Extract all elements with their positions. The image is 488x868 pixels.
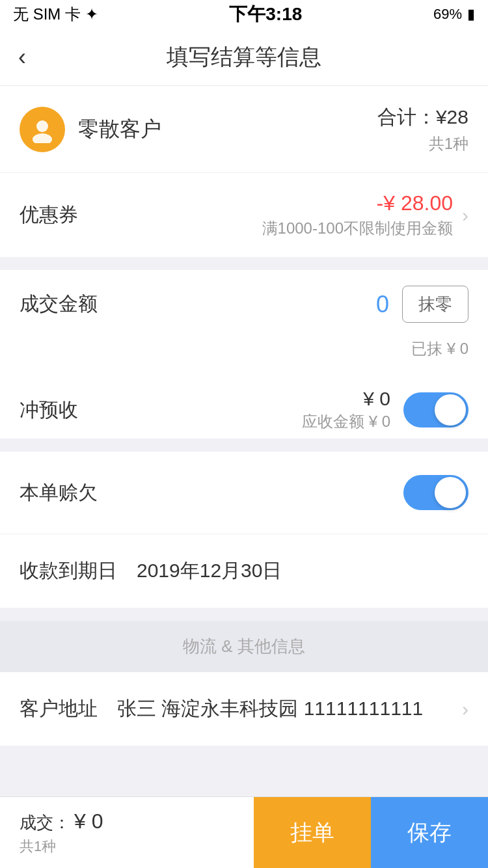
prepay-value-block: ¥ 0 应收金额 ¥ 0 bbox=[302, 388, 390, 432]
customer-total: 合计：¥28 共1种 bbox=[377, 104, 468, 154]
prepay-right: ¥ 0 应收金额 ¥ 0 bbox=[302, 388, 468, 432]
address-chevron-icon: › bbox=[462, 698, 468, 720]
divider-label: 物流 & 其他信息 bbox=[0, 621, 488, 672]
coupon-right: -¥ 28.00 满1000-100不限制使用金额 › bbox=[262, 191, 468, 239]
prepay-section: 冲预收 ¥ 0 应收金额 ¥ 0 bbox=[0, 372, 488, 439]
bottom-deal-label: 成交： bbox=[20, 811, 70, 834]
content-area: 零散客户 合计：¥28 共1种 优惠券 -¥ 28.00 满1000-100不限… bbox=[0, 86, 488, 837]
deal-amount-label: 成交金额 bbox=[20, 291, 98, 318]
customer-section: 零散客户 合计：¥28 共1种 优惠券 -¥ 28.00 满1000-100不限… bbox=[0, 86, 488, 257]
bottom-count: 共1种 bbox=[20, 837, 234, 856]
debit-row: 本单赊欠 bbox=[0, 452, 488, 534]
prepay-toggle[interactable] bbox=[403, 392, 468, 427]
bottom-bar: 成交： ¥ 0 共1种 挂单 保存 bbox=[0, 796, 488, 868]
debit-toggle-knob bbox=[435, 477, 466, 508]
debit-label: 本单赊欠 bbox=[20, 480, 98, 506]
due-date-value: 2019年12月30日 bbox=[137, 558, 282, 584]
save-button[interactable]: 保存 bbox=[371, 797, 488, 868]
total-count: 共1种 bbox=[377, 133, 468, 154]
deal-amount-input-area: 0 抹零 bbox=[350, 286, 468, 323]
debit-section: 本单赊欠 收款到期日 2019年12月30日 bbox=[0, 452, 488, 608]
address-section: 客户地址 张三 海淀永丰科技园 11111111111 › bbox=[0, 672, 488, 746]
address-value: 张三 海淀永丰科技园 11111111111 bbox=[117, 696, 462, 722]
svg-point-1 bbox=[33, 133, 52, 143]
sim-status: 无 SIM 卡 ✦ bbox=[13, 4, 98, 25]
deal-amount-value[interactable]: 0 bbox=[350, 291, 389, 318]
back-button[interactable]: ‹ bbox=[18, 44, 26, 71]
address-label: 客户地址 bbox=[20, 696, 98, 722]
chevron-right-icon: › bbox=[462, 204, 468, 226]
toggle-knob bbox=[435, 394, 466, 426]
coupon-desc: 满1000-100不限制使用金额 bbox=[262, 218, 453, 239]
prepay-label: 冲预收 bbox=[20, 397, 78, 424]
page-title: 填写结算等信息 bbox=[167, 42, 321, 72]
nav-bar: ‹ 填写结算等信息 bbox=[0, 29, 488, 86]
coupon-label: 优惠券 bbox=[20, 202, 78, 228]
customer-row: 零散客户 合计：¥28 共1种 bbox=[0, 86, 488, 172]
coupon-amount: -¥ 28.00 bbox=[262, 191, 453, 215]
status-right: 69% ▮ bbox=[433, 6, 475, 23]
coupon-value: -¥ 28.00 满1000-100不限制使用金额 bbox=[262, 191, 453, 239]
prepay-amount: ¥ 0 bbox=[302, 388, 390, 410]
prepay-sub: 应收金额 ¥ 0 bbox=[302, 411, 390, 432]
avatar bbox=[20, 107, 65, 152]
battery-level: 69% bbox=[433, 6, 462, 23]
bottom-deal-amount: ¥ 0 bbox=[74, 809, 103, 834]
due-date-label: 收款到期日 bbox=[20, 558, 117, 584]
status-left: 无 SIM 卡 ✦ bbox=[13, 4, 98, 25]
deal-amount-section: 成交金额 0 抹零 已抹 ¥ 0 冲预收 ¥ 0 应收金额 ¥ 0 bbox=[0, 270, 488, 439]
customer-left: 零散客户 bbox=[20, 107, 161, 152]
battery-icon: ▮ bbox=[467, 6, 475, 23]
status-bar: 无 SIM 卡 ✦ 下午3:18 69% ▮ bbox=[0, 0, 488, 29]
bottom-info: 成交： ¥ 0 共1种 bbox=[0, 797, 254, 868]
bottom-deal-row: 成交： ¥ 0 bbox=[20, 809, 234, 834]
debit-toggle[interactable] bbox=[403, 475, 468, 510]
deal-amount-sub: 已抹 ¥ 0 bbox=[0, 338, 488, 372]
due-date-row: 收款到期日 2019年12月30日 bbox=[0, 534, 488, 608]
customer-name: 零散客户 bbox=[78, 115, 161, 144]
deal-amount-row: 成交金额 0 抹零 bbox=[0, 270, 488, 338]
coupon-row[interactable]: 优惠券 -¥ 28.00 满1000-100不限制使用金额 › bbox=[0, 172, 488, 257]
suspend-button[interactable]: 挂单 bbox=[254, 797, 371, 868]
total-amount: 合计：¥28 bbox=[377, 104, 468, 131]
svg-point-0 bbox=[36, 120, 48, 132]
prepay-row: 冲预收 ¥ 0 应收金额 ¥ 0 bbox=[0, 372, 488, 439]
address-row[interactable]: 客户地址 张三 海淀永丰科技园 11111111111 › bbox=[0, 672, 488, 746]
status-time: 下午3:18 bbox=[229, 2, 302, 27]
round-button[interactable]: 抹零 bbox=[402, 286, 468, 323]
